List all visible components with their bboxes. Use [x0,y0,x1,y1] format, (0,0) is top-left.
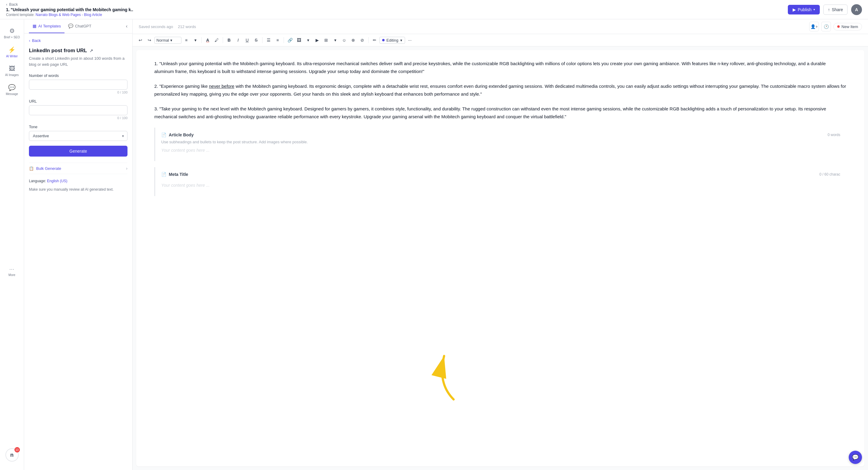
sidebar-item-ai-images[interactable]: 🖼 AI Images [1,62,23,80]
undo-button[interactable]: ↩ [136,36,145,45]
meta-title-placeholder[interactable]: Your content goes here ... [161,179,840,191]
num-words-hint: 0 / 100 [29,90,127,94]
disclaimer: Make sure you manually review all AI gen… [29,187,127,192]
more-options-button[interactable]: ··· [406,36,414,45]
editor-content[interactable]: 1. "Unleash your gaming potential with t… [136,50,864,466]
sidebar-item-brief-seo[interactable]: ⚙ Brief + SEO [1,24,23,42]
bulk-generate[interactable]: 📋 Bulk Generate › [29,163,127,174]
panel-content: ‹ Back LinkedIn post from URL ↗ Create a… [24,33,132,470]
sidebar-item-message[interactable]: 💬 Message [1,81,23,99]
style-chevron-icon: ▾ [170,38,173,42]
sidebar-item-ai-writer[interactable]: ⚡ AI Writer [1,43,23,61]
numbered-list-button[interactable]: ≡ [273,36,282,45]
panel-back[interactable]: ‹ Back [29,38,127,43]
emoji-button[interactable]: ☺ [340,36,348,45]
image-more-button[interactable]: ▾ [304,36,312,45]
header-left: ‹ Back 1. "Unleash your gaming potential… [6,2,133,17]
panel-tabs: ▦ AI Templates 💬 ChatGPT ‹ [24,19,132,33]
field-url: URL 0 / 100 [29,99,127,120]
redo-button[interactable]: ↪ [145,36,154,45]
new-item-dot [837,25,840,28]
article-body-hint: Use subheadings and bullets to keep the … [161,140,840,144]
chat-bubble[interactable]: 💬 [849,451,862,464]
table-button[interactable]: ⊞ [322,36,330,45]
bulk-generate-chevron-icon: › [126,166,127,171]
highlight-button[interactable]: 🖊 [213,36,221,45]
url-input[interactable] [29,105,127,115]
icon-sidebar: ⚙ Brief + SEO ⚡ AI Writer 🖼 AI Images 💬 … [0,19,24,470]
share-button[interactable]: ↑ Share [824,4,847,15]
align-button[interactable]: ≡ [182,36,190,45]
arrow-svg [427,351,464,405]
bullet-list-button[interactable]: ☰ [264,36,273,45]
back-link[interactable]: ‹ Back [6,2,133,7]
word-count: 212 words [178,24,196,29]
panel: ▦ AI Templates 💬 ChatGPT ‹ ‹ Back Linked… [24,19,133,470]
article-body-placeholder[interactable]: Your content goes here ... [161,144,840,156]
num-words-input[interactable] [29,80,127,90]
clear-format-button[interactable]: ⊘ [358,36,367,45]
tab-chatgpt[interactable]: 💬 ChatGPT [64,19,95,33]
language-info: Language: English (US) [29,179,127,183]
tone-select[interactable]: Assertive Professional Casual Formal Fri… [29,131,127,141]
italic-button[interactable]: I [234,36,242,45]
new-item-badge[interactable]: New Item [833,23,862,30]
template-link[interactable]: Narrato Blogs & Web Pages - Blog Article [36,13,102,17]
text-color-button[interactable]: A [204,36,212,45]
chat-icon: 💬 [852,454,859,461]
generate-button[interactable]: Generate [29,146,127,156]
section-article-body: 📄 Article Body 0 words Use subheadings a… [154,127,846,161]
num-words-label: Number of words [29,73,127,78]
saved-status: Saved seconds ago [138,24,173,29]
editor-actions: 👤+ 🕐 New Item [809,22,862,31]
publish-chevron-icon: ▾ [813,8,815,11]
bulk-generate-left: 📋 Bulk Generate [29,166,61,171]
play-button[interactable]: ▶ [313,36,321,45]
paragraph-3: 3. "Take your gaming to the next level w… [154,105,846,120]
meta-title-char-count: 0 / 60 charac [819,172,840,176]
strikethrough-button[interactable]: S [252,36,260,45]
editor-area: Saved seconds ago 212 words 👤+ 🕐 New Ite… [133,19,868,470]
image-button[interactable]: 🖼 [295,36,303,45]
editing-badge[interactable]: Editing ▾ [379,37,405,44]
panel-collapse-icon[interactable]: ‹ [126,24,127,29]
template-title: LinkedIn post from URL ↗ [29,48,127,54]
notification-count: 10 [14,447,20,452]
arrow-annotation [427,351,464,406]
url-hint: 0 / 100 [29,116,127,120]
paragraph-1: 1. "Unleash your gaming potential with t… [154,60,846,75]
style-select[interactable]: Normal ▾ [154,37,181,44]
editor-topbar: Saved seconds ago 212 words 👤+ 🕐 New Ite… [133,19,868,34]
bold-button[interactable]: B [225,36,233,45]
comment-button[interactable]: ✏ [370,36,379,45]
history-icon-btn[interactable]: 🕐 [821,22,831,31]
avatar[interactable]: A [851,4,862,15]
bulk-icon: 📋 [29,166,34,171]
align-more-button[interactable]: ▾ [191,36,199,45]
editor-meta: Saved seconds ago 212 words [138,24,196,29]
avatar-badge-wrapper[interactable]: n 10 [5,448,19,462]
underline-button[interactable]: U [243,36,251,45]
toolbar-divider-1 [201,37,202,43]
toolbar-divider-4 [284,37,284,43]
toolbar-divider-3 [262,37,262,43]
users-icon-btn[interactable]: 👤+ [809,22,819,31]
back-arrow-icon: ‹ [29,38,30,43]
content-template-info: Content template: Narrato Blogs & Web Pa… [6,13,133,17]
editing-chevron-icon: ▾ [400,38,402,42]
publish-button[interactable]: ▶ Publish ▾ [788,5,820,14]
template-description: Create a short LinkedIn post in about 10… [29,56,127,67]
main-layout: ⚙ Brief + SEO ⚡ AI Writer 🖼 AI Images 💬 … [0,19,868,470]
paragraph-2: 2. "Experience gaming like never before … [154,82,846,98]
message-icon: 💬 [8,84,16,91]
sidebar-item-more[interactable]: ··· More [1,264,23,280]
special-chars-button[interactable]: ⊗ [349,36,358,45]
brief-seo-icon: ⚙ [9,27,15,34]
toolbar-divider-2 [223,37,223,43]
link-button[interactable]: 🔗 [286,36,294,45]
meta-title-icon: 📄 [161,172,166,177]
table-more-button[interactable]: ▾ [331,36,339,45]
tone-label: Tone [29,125,127,129]
ai-templates-tab-icon: ▦ [33,24,36,28]
tab-ai-templates[interactable]: ▦ AI Templates [29,19,64,33]
